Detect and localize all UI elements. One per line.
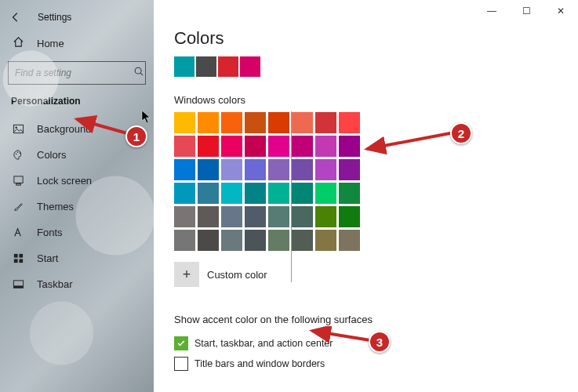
color-swatch[interactable] [268, 230, 289, 251]
color-swatch[interactable] [198, 183, 219, 204]
svg-point-6 [20, 152, 21, 154]
color-swatch[interactable] [315, 136, 336, 157]
sidebar-item-label: Colors [37, 149, 67, 161]
custom-color-label: Custom color [207, 269, 267, 281]
color-swatch[interactable] [174, 206, 195, 227]
accent-swatch [218, 56, 238, 77]
color-swatch[interactable] [245, 230, 266, 251]
color-swatch[interactable] [198, 206, 219, 227]
lock-icon [13, 175, 24, 187]
divider-line [291, 111, 292, 282]
color-swatch[interactable] [292, 206, 313, 227]
sidebar-home-label: Home [37, 38, 64, 49]
color-swatch[interactable] [245, 112, 266, 133]
search-input[interactable] [15, 67, 133, 78]
color-swatch[interactable] [174, 230, 195, 251]
checkbox-icon [174, 357, 188, 371]
brush-icon [13, 201, 24, 212]
cursor-icon [141, 110, 152, 124]
custom-color-button[interactable]: + [174, 262, 199, 287]
color-swatch[interactable] [315, 230, 336, 251]
color-swatch[interactable] [292, 159, 313, 180]
sidebar-item-label: Lock screen [37, 175, 92, 187]
color-swatch[interactable] [339, 206, 360, 227]
sidebar-item-themes[interactable]: Themes [0, 194, 154, 220]
back-button[interactable] [5, 6, 27, 28]
color-swatch[interactable] [268, 183, 289, 204]
accent-swatch [240, 56, 260, 77]
color-swatch[interactable] [245, 183, 266, 204]
annotation-badge-3: 3 [369, 331, 391, 353]
color-swatch[interactable] [268, 159, 289, 180]
color-swatch[interactable] [245, 159, 266, 180]
color-swatch[interactable] [339, 159, 360, 180]
svg-rect-12 [19, 259, 23, 263]
taskbar-icon [13, 278, 24, 290]
close-button[interactable]: ✕ [543, 0, 578, 22]
color-swatch[interactable] [221, 136, 242, 157]
color-swatch[interactable] [315, 159, 336, 180]
checkbox-titlebars[interactable]: Title bars and window borders [174, 354, 558, 374]
svg-rect-14 [13, 285, 23, 288]
svg-point-5 [17, 151, 19, 153]
color-swatch[interactable] [268, 112, 289, 133]
font-icon [13, 227, 24, 238]
windows-colors-label: Windows colors [174, 94, 558, 106]
color-swatch[interactable] [174, 112, 195, 133]
svg-rect-2 [13, 125, 23, 132]
sidebar-item-lock-screen[interactable]: Lock screen [0, 168, 154, 194]
color-swatch[interactable] [221, 112, 242, 133]
color-swatch[interactable] [221, 183, 242, 204]
color-swatch[interactable] [245, 206, 266, 227]
svg-rect-11 [14, 259, 18, 263]
color-swatch[interactable] [174, 136, 195, 157]
checkbox-icon [174, 336, 188, 350]
sidebar-item-home[interactable]: Home [0, 30, 154, 56]
color-swatch[interactable] [292, 112, 313, 133]
color-swatch[interactable] [339, 136, 360, 157]
color-swatch[interactable] [198, 112, 219, 133]
accent-preview-row [174, 56, 558, 77]
search-box[interactable] [8, 61, 146, 85]
color-swatch[interactable] [339, 112, 360, 133]
color-swatch[interactable] [268, 136, 289, 157]
color-swatch[interactable] [174, 159, 195, 180]
color-swatch[interactable] [315, 112, 336, 133]
color-swatch[interactable] [339, 183, 360, 204]
svg-rect-8 [16, 183, 21, 185]
minimize-button[interactable]: — [474, 0, 509, 22]
checkbox-start-taskbar[interactable]: Start, taskbar, and action center [174, 333, 558, 354]
sidebar-item-fonts[interactable]: Fonts [0, 220, 154, 245]
maximize-button[interactable]: ☐ [509, 0, 543, 22]
annotation-badge-1: 1 [125, 125, 147, 147]
color-swatch[interactable] [198, 159, 219, 180]
color-swatch[interactable] [221, 159, 242, 180]
svg-rect-10 [19, 254, 23, 258]
color-swatch[interactable] [245, 136, 266, 157]
color-swatch[interactable] [292, 183, 313, 204]
checkbox-label: Title bars and window borders [194, 358, 325, 369]
plus-icon: + [183, 267, 191, 283]
start-icon [13, 252, 24, 264]
search-icon [133, 66, 144, 80]
color-swatch[interactable] [221, 206, 242, 227]
color-swatch[interactable] [292, 230, 313, 251]
color-swatch[interactable] [198, 136, 219, 157]
sidebar-item-taskbar[interactable]: Taskbar [0, 271, 154, 297]
color-swatch[interactable] [221, 230, 242, 251]
svg-point-3 [15, 126, 16, 128]
sidebar-item-start[interactable]: Start [0, 245, 154, 271]
sidebar-item-label: Taskbar [37, 278, 73, 290]
color-swatch[interactable] [174, 183, 195, 204]
color-swatch[interactable] [315, 206, 336, 227]
sidebar-item-label: Themes [37, 201, 74, 212]
svg-point-0 [135, 67, 141, 74]
color-swatch[interactable] [315, 183, 336, 204]
color-swatch[interactable] [198, 230, 219, 251]
accent-swatch [174, 56, 194, 77]
color-swatch[interactable] [339, 230, 360, 251]
color-grid [174, 112, 360, 251]
color-swatch[interactable] [268, 206, 289, 227]
color-swatch[interactable] [292, 136, 313, 157]
sidebar-item-label: Fonts [37, 227, 63, 238]
